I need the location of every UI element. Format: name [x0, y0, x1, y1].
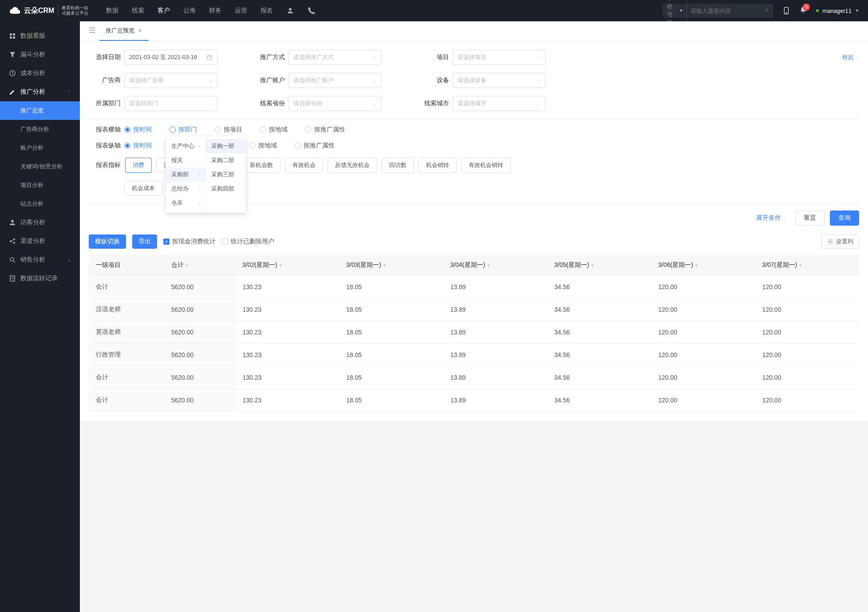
radio-按地域[interactable]: 按地域: [260, 126, 288, 134]
sidebar-item-2[interactable]: 成本分析: [0, 64, 80, 83]
radio-按部门[interactable]: 按部门: [170, 126, 197, 134]
user-icon[interactable]: [286, 7, 294, 15]
city-select[interactable]: 请选择城市⌄: [453, 96, 546, 111]
dept-select[interactable]: 请选择部门⌄: [124, 96, 217, 111]
sidebar-item-1[interactable]: 漏斗分析: [0, 45, 80, 64]
method-select[interactable]: 请选择推广方式⌄: [288, 50, 382, 65]
metric-tag-8[interactable]: 机会销转: [418, 158, 457, 173]
metric-tag-7[interactable]: 回访数: [382, 158, 414, 173]
nav-item-4[interactable]: 财务: [209, 7, 221, 15]
metric-tag-5[interactable]: 有效机会: [285, 158, 323, 173]
logo-subtitle: 教育机构一站 式服务云平台: [58, 5, 88, 16]
sidebar-item-0[interactable]: 数据看版: [0, 27, 80, 45]
svg-point-11: [10, 240, 12, 242]
svg-point-13: [13, 242, 15, 244]
sidebar-subitem-3-5[interactable]: 站点分析: [0, 195, 80, 213]
sidebar-item-7[interactable]: 数据流转记录: [0, 269, 80, 288]
cascader-item-l1-4[interactable]: 仓库›: [166, 196, 205, 210]
cascader-item-l2-3[interactable]: 采购四部: [206, 182, 246, 196]
reset-button[interactable]: 重置: [795, 211, 825, 226]
col-header-4[interactable]: 3/04(星期一)▲▼: [443, 255, 547, 276]
sidebar-subitem-3-4[interactable]: 项目分析: [0, 176, 80, 195]
user-menu[interactable]: manager11 ▼: [816, 8, 859, 14]
nav-item-2[interactable]: 客户: [158, 7, 170, 15]
sidebar-subitem-3-2[interactable]: 账户分析: [0, 139, 80, 157]
tab-close-icon[interactable]: ✕: [138, 28, 142, 34]
col-header-5[interactable]: 3/05(星期一)▲▼: [547, 255, 651, 276]
deleted-checkbox[interactable]: 统计已删除用户: [222, 238, 274, 246]
sidebar-item-3[interactable]: 推广分析⌃: [0, 83, 80, 101]
nav-item-5[interactable]: 运营: [235, 7, 247, 15]
col-header-2[interactable]: 3/02(星期一)▲▼: [235, 255, 339, 276]
sort-icon: ▲▼: [487, 263, 490, 267]
collapse-filters-button[interactable]: 收起 ⌄: [842, 53, 859, 61]
metric-tag-0[interactable]: 消费: [125, 158, 152, 173]
metric-label: 报表指标: [89, 161, 121, 169]
metric-tag-6[interactable]: 反馈无效机会: [327, 158, 377, 173]
radio-按时间[interactable]: 按时间: [124, 126, 152, 134]
mobile-icon[interactable]: [782, 6, 790, 16]
table-row: 会计5620.00130.2318.0513.8934.56120.00120.…: [89, 276, 859, 298]
radio-按项目[interactable]: 按项目: [215, 126, 242, 134]
cascader-item-l1-1[interactable]: 报关: [166, 153, 205, 167]
nav-item-0[interactable]: 数据: [106, 7, 118, 15]
radio-按地域[interactable]: 按地域: [249, 142, 277, 150]
col-header-0[interactable]: 一级项目: [89, 255, 164, 276]
phone-icon[interactable]: [308, 7, 316, 15]
cascader-item-l1-3[interactable]: 总经办›: [166, 182, 205, 196]
metric2-tag-0[interactable]: 机会成本: [124, 181, 162, 196]
col-header-3[interactable]: 3/03(星期一)▲▼: [339, 255, 443, 276]
svg-rect-8: [13, 36, 15, 39]
cash-checkbox[interactable]: 按现金消费统计: [163, 238, 216, 246]
col-header-1[interactable]: 合计▲▼: [164, 255, 235, 276]
province-select[interactable]: 请选择省份⌄: [288, 96, 382, 111]
sidebar-subitem-3-3[interactable]: 关键词/创意分析: [0, 157, 80, 176]
tab-promotion-overview[interactable]: 推广总预览 ✕: [99, 21, 149, 41]
notification-bell[interactable]: 5: [799, 6, 807, 16]
cell: 120.00: [755, 298, 859, 321]
device-select[interactable]: 请选择设备⌄: [453, 73, 546, 88]
cell: 120.00: [651, 389, 755, 412]
account-label: 推广账户: [253, 76, 285, 84]
radio-按推广属性[interactable]: 按推广属性: [305, 126, 345, 134]
dept-cascader: 生产中心›报关采购部›总经办›仓库› 采购一部采购二部采购三部采购四部: [166, 136, 246, 213]
radio-icon: [260, 127, 266, 133]
sidebar-subitem-3-0[interactable]: 推广总览: [0, 101, 80, 120]
col-header-7[interactable]: 3/07(星期一)▲▼: [755, 255, 859, 276]
expand-conditions-button[interactable]: 展开条件 ⌄: [756, 214, 786, 222]
nav-item-3[interactable]: 公海: [183, 7, 196, 15]
cell: 34.56: [547, 298, 651, 321]
sidebar-item-4[interactable]: 访客分析: [0, 213, 80, 232]
svg-rect-16: [10, 276, 15, 281]
query-button[interactable]: 查询: [830, 211, 859, 226]
sidebar-subitem-3-1[interactable]: 广告商分析: [0, 120, 80, 139]
nav-item-6[interactable]: 报名: [260, 7, 273, 15]
cascader-item-l2-2[interactable]: 采购三部: [206, 167, 246, 182]
account-select[interactable]: 请选择推广账户⌄: [288, 73, 382, 88]
col-header-6[interactable]: 3/06(星期一)▲▼: [651, 255, 755, 276]
search-icon[interactable]: [765, 7, 769, 14]
export-button[interactable]: 导出: [132, 234, 157, 249]
switch-axis-button[interactable]: 横纵切换: [89, 234, 126, 249]
column-settings-button[interactable]: 设置列: [821, 234, 859, 249]
radio-按时间[interactable]: 按时间: [124, 142, 152, 150]
cell: 会计: [89, 276, 164, 298]
sidebar-item-5[interactable]: 渠道分析: [0, 232, 80, 250]
project-select[interactable]: 请选择项目⌄: [453, 50, 546, 65]
dept-label: 所属部门: [89, 99, 121, 107]
cascader-item-l2-0[interactable]: 采购一部: [206, 139, 246, 153]
search-input[interactable]: [690, 8, 765, 14]
advertiser-select[interactable]: 请选择广告商⌄: [124, 73, 217, 88]
date-range-input[interactable]: 2021-03-02 至 2021-03-16: [124, 50, 217, 65]
radio-按推广属性[interactable]: 按推广属性: [295, 142, 335, 150]
nav-item-1[interactable]: 线索: [132, 7, 144, 15]
cascader-item-l1-2[interactable]: 采购部›: [166, 167, 205, 182]
metric-tag-4[interactable]: 新机会数: [242, 158, 280, 173]
chevron-icon: ⌄: [67, 258, 71, 262]
sidebar-item-6[interactable]: 销售分析⌄: [0, 250, 80, 269]
metric-tag-9[interactable]: 有效机会销转: [461, 158, 511, 173]
cascader-item-l1-0[interactable]: 生产中心›: [166, 139, 205, 153]
cascader-item-l2-1[interactable]: 采购二部: [206, 153, 246, 167]
notification-badge: 5: [803, 4, 810, 11]
sidebar-collapse-button[interactable]: [85, 27, 99, 35]
